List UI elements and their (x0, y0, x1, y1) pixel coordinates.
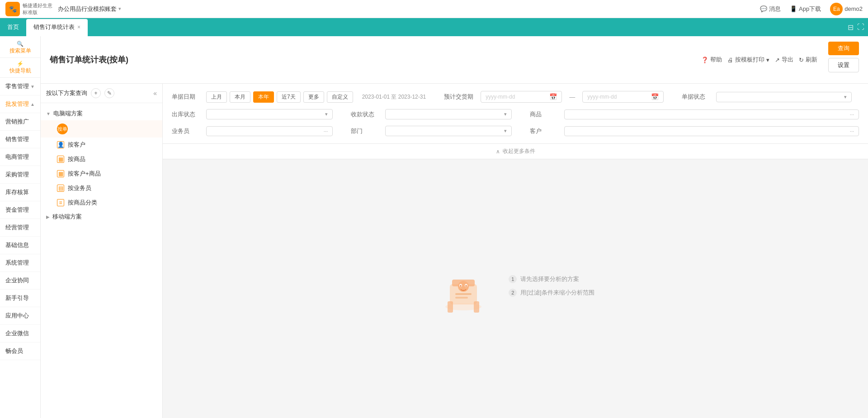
print-dropdown-icon: ▾ (766, 57, 769, 63)
minimize-icon[interactable]: ⊟ (848, 23, 854, 32)
help-icon: ❓ (701, 57, 708, 63)
logo-text: 畅捷通好生意 标准版 (23, 2, 52, 15)
settings-button[interactable]: 设置 (828, 58, 859, 72)
tab-close-icon[interactable]: × (77, 24, 80, 30)
scheme-by-customer-product[interactable]: ▦ 按客户+商品 (41, 166, 162, 181)
active-scheme-icon: 按单 (57, 124, 68, 134)
dept-label: 部门 (351, 127, 378, 135)
export-btn[interactable]: ↗ 导出 (775, 56, 793, 64)
dropdown-icon-2: ▾ (325, 111, 328, 117)
phone-icon: 📱 (790, 5, 797, 12)
list-icon: ≡ (57, 199, 64, 206)
status-select[interactable]: ▾ (716, 92, 852, 102)
delivery-label: 出库状态 (172, 110, 199, 119)
tip-item-2: 2 用[过滤]条件来缩小分析范围 (509, 289, 594, 297)
date-btn-custom[interactable]: 自定义 (327, 91, 353, 103)
sidebar-item-wholesale[interactable]: 批发管理 ▲ (0, 95, 40, 113)
sidebar-item-member[interactable]: 畅会员 (0, 342, 40, 360)
print-btn[interactable]: 🖨 按模板打印 ▾ (727, 56, 769, 64)
dropdown-icon-3: ▾ (504, 111, 507, 117)
sidebar-item-operations[interactable]: 经营管理 (0, 219, 40, 237)
filter-row-1: 单据日期 上月 本月 本年 近7天 更多 自定义 2023-01-01 至 20… (172, 91, 859, 103)
sidebar: 🔍 搜索菜单 ⚡ 快捷导航 零售管理 ▼ 批发管理 ▲ 营销推广 销售管理 电商… (0, 36, 41, 418)
svg-rect-8 (455, 293, 472, 295)
customer-select[interactable]: ··· (564, 126, 859, 136)
print-icon: 🖨 (727, 57, 733, 63)
svg-point-7 (466, 285, 467, 287)
person-icon: 👤 (57, 141, 64, 148)
refresh-btn[interactable]: ↻ 刷新 (799, 56, 817, 64)
sidebar-item-basics[interactable]: 基础信息 (0, 237, 40, 254)
sidebar-item-purchase[interactable]: 采购管理 (0, 166, 40, 184)
tree-group-mobile[interactable]: ▶ 移动端方案 (41, 210, 162, 223)
scheme-by-salesman[interactable]: ▤ 按业务员 (41, 181, 162, 195)
workspace-selector[interactable]: 办公用品行业模拟账套 ▾ (52, 5, 127, 13)
sidebar-item-appcenter[interactable]: 应用中心 (0, 307, 40, 325)
avatar: Ea (830, 3, 843, 15)
collapse-bar[interactable]: ∧ 收起更多条件 (163, 144, 868, 159)
chevron-up-icon: ▲ (30, 102, 35, 107)
main-layout: 🔍 搜索菜单 ⚡ 快捷导航 零售管理 ▼ 批发管理 ▲ 营销推广 销售管理 电商… (0, 36, 868, 418)
app-download-btn[interactable]: 📱 App下载 (790, 5, 821, 13)
help-btn[interactable]: ❓ 帮助 (701, 56, 722, 64)
receipt-select[interactable]: ▾ (385, 109, 512, 119)
dept-select[interactable]: ▾ (385, 126, 512, 136)
expected-date-start[interactable]: yyyy-mm-dd 📅 (481, 91, 562, 103)
user-menu[interactable]: Ea demo2 (830, 3, 863, 15)
sidebar-item-marketing[interactable]: 营销推广 (0, 113, 40, 131)
scheme-by-category[interactable]: ≡ 按商品分类 (41, 195, 162, 210)
filter-row-3: 业务员 ··· 部门 ▾ 客户 ··· (172, 126, 859, 136)
salesman-select[interactable]: ··· (206, 126, 333, 136)
delivery-select[interactable]: ▾ (206, 109, 333, 119)
logo: 🐾 畅捷通好生意 标准版 (5, 2, 52, 16)
calendar-icon-2: 📅 (651, 93, 659, 100)
receipt-label: 收款状态 (351, 110, 378, 119)
chevron-right-icon: ▶ (46, 214, 50, 219)
scheme-by-customer[interactable]: 👤 按客户 (41, 138, 162, 152)
sidebar-item-search[interactable]: 🔍 搜索菜单 (0, 36, 40, 58)
sidebar-item-retail[interactable]: 零售管理 ▼ (0, 78, 40, 95)
svg-point-6 (460, 285, 462, 287)
salesman-label: 业务员 (172, 127, 199, 135)
sidebar-item-guide[interactable]: 新手引导 (0, 290, 40, 307)
collapse-panel-btn[interactable]: « (153, 90, 157, 97)
add-scheme-btn[interactable]: + (91, 88, 101, 98)
left-panel: 按以下方案查询 + ✎ « ▼ 电脑端方案 (41, 84, 163, 418)
sidebar-item-quicknav[interactable]: ⚡ 快捷导航 (0, 58, 40, 78)
edit-icon: ✎ (107, 90, 112, 96)
sidebar-item-inventory[interactable]: 库存核算 (0, 184, 40, 201)
date-btn-more[interactable]: 更多 (303, 91, 324, 103)
tab-home[interactable]: 首页 (0, 18, 26, 36)
date-btn-7days[interactable]: 近7天 (277, 91, 301, 103)
bar-chart-icon: ▤ (57, 185, 64, 192)
page-header-actions: ❓ 帮助 🖨 按模板打印 ▾ ↗ 导出 ↻ 刷新 查询 (701, 42, 859, 83)
sidebar-item-wechat[interactable]: 企业微信 (0, 325, 40, 342)
sidebar-item-system[interactable]: 系统管理 (0, 254, 40, 272)
product-select[interactable]: ··· (564, 109, 859, 119)
scheme-by-order[interactable]: 按单 (41, 120, 162, 138)
date-btn-lastmonth[interactable]: 上月 (206, 91, 227, 103)
nav-icon: ⚡ (17, 61, 24, 67)
tab-sales-order[interactable]: 销售订单统计表 × (26, 19, 88, 37)
product-label: 商品 (530, 110, 557, 119)
sidebar-item-ecommerce[interactable]: 电商管理 (0, 148, 40, 166)
chevron-down-icon: ▼ (30, 84, 35, 89)
grid-icon: ▦ (57, 156, 64, 163)
sidebar-item-finance[interactable]: 资金管理 (0, 201, 40, 219)
edit-scheme-btn[interactable]: ✎ (104, 88, 114, 98)
sidebar-item-sales[interactable]: 销售管理 (0, 131, 40, 148)
expected-date-end[interactable]: yyyy-mm-dd 📅 (582, 91, 664, 103)
message-btn[interactable]: 💬 消息 (760, 5, 781, 13)
sidebar-item-enterprise[interactable]: 企业协同 (0, 272, 40, 290)
chevron-down-icon: ▾ (118, 6, 121, 12)
content-area: 销售订单统计表(按单) ❓ 帮助 🖨 按模板打印 ▾ ↗ 导出 ↻ 刷新 (41, 36, 868, 418)
query-button[interactable]: 查询 (828, 42, 859, 55)
dots-icon-3: ··· (850, 128, 854, 134)
date-btn-thismonth[interactable]: 本月 (230, 91, 250, 103)
tree-group-desktop[interactable]: ▼ 电脑端方案 (41, 107, 162, 120)
scheme-by-product[interactable]: ▦ 按商品 (41, 152, 162, 166)
empty-state: 1 请先选择要分析的方案 2 用[过滤]条件来缩小分析范围 (163, 159, 868, 418)
expand-icon[interactable]: ⛶ (857, 23, 864, 31)
date-buttons: 上月 本月 本年 近7天 更多 自定义 (206, 91, 353, 103)
date-btn-thisyear[interactable]: 本年 (253, 91, 274, 103)
